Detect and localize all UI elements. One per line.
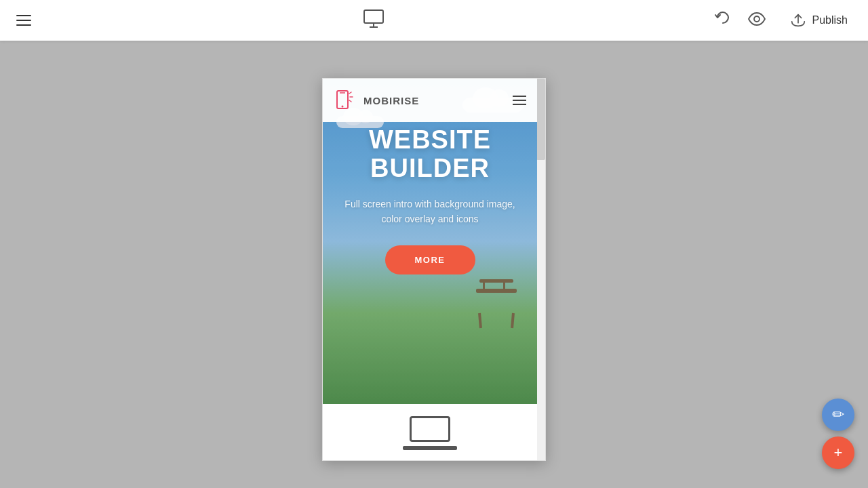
plus-icon: +	[834, 445, 843, 460]
fab-add-button[interactable]: +	[822, 436, 854, 469]
laptop-screen	[410, 416, 450, 442]
menu-icon[interactable]	[14, 12, 34, 28]
preview-icon[interactable]	[747, 9, 766, 31]
topbar-right: Publish	[713, 7, 854, 33]
hero-title-line1: WEBSITE	[334, 126, 526, 155]
pencil-icon: ✏	[832, 407, 844, 422]
fab-edit-button[interactable]: ✏	[822, 399, 854, 431]
topbar: Publish	[0, 0, 868, 41]
svg-line-8	[349, 92, 351, 94]
laptop-base	[403, 446, 457, 450]
brand-phone-icon	[334, 88, 358, 113]
scrollbar-thumb	[536, 79, 545, 160]
topbar-center	[363, 8, 384, 33]
publish-label: Publish	[812, 14, 848, 26]
svg-point-3	[754, 16, 760, 22]
brand-name: MOBIRISE	[363, 95, 419, 106]
publish-button[interactable]: Publish	[783, 7, 854, 33]
page-nav: MOBIRISE	[323, 79, 537, 122]
page-inner: WEBSITE BUILDER Full screen intro with b…	[323, 79, 537, 461]
svg-point-7	[342, 106, 344, 108]
hero-cta-button[interactable]: MORE	[385, 245, 475, 274]
hero-section: WEBSITE BUILDER Full screen intro with b…	[323, 79, 537, 404]
hero-background: WEBSITE BUILDER Full screen intro with b…	[323, 79, 537, 404]
device-frame: WEBSITE BUILDER Full screen intro with b…	[322, 78, 546, 461]
hero-title-line2: BUILDER	[334, 155, 526, 183]
svg-line-10	[349, 100, 351, 102]
device-scrollbar[interactable]	[536, 79, 545, 460]
hero-content: WEBSITE BUILDER Full screen intro with b…	[323, 126, 537, 274]
nav-menu-icon[interactable]	[513, 96, 526, 105]
topbar-left	[14, 12, 34, 28]
section-below-hero	[323, 404, 537, 461]
svg-rect-0	[364, 10, 383, 23]
hero-title: WEBSITE BUILDER	[334, 126, 526, 183]
hero-subtitle: Full screen intro with background image,…	[334, 197, 526, 227]
undo-icon[interactable]	[713, 10, 731, 30]
brand-logo: MOBIRISE	[334, 88, 419, 113]
monitor-icon[interactable]	[363, 8, 384, 33]
canvas-area: WEBSITE BUILDER Full screen intro with b…	[0, 41, 868, 488]
laptop-illustration	[403, 416, 457, 450]
